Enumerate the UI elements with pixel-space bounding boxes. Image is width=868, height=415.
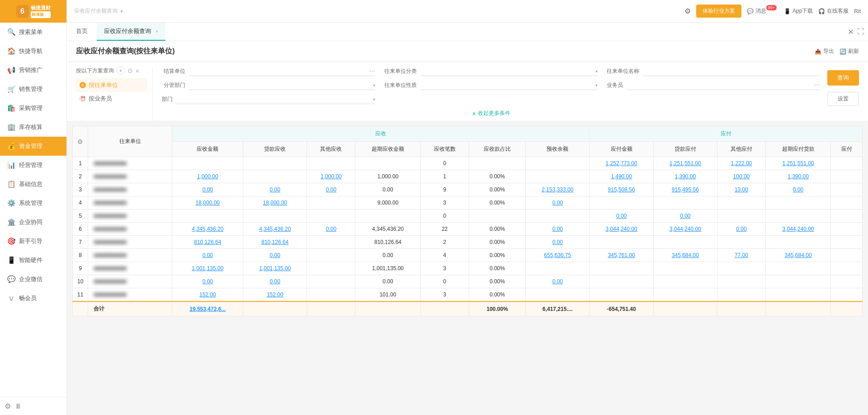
purchase-icon: 🛍️ xyxy=(7,104,15,112)
expand-icon[interactable]: ⛶ xyxy=(857,28,864,36)
counterpart-name-input[interactable] xyxy=(643,67,820,76)
query-button[interactable]: 查询 xyxy=(827,70,859,86)
sidebar-item-label-hardware: 智能硬件 xyxy=(19,256,42,264)
add-scheme-button[interactable]: + xyxy=(117,67,125,75)
dept-mgmt-input[interactable] xyxy=(189,81,373,90)
sidebar-item-finance[interactable]: 💰 资金管理 xyxy=(0,137,66,156)
dept-input[interactable] xyxy=(176,95,373,104)
messages-link[interactable]: 💬 消息 99+ xyxy=(747,7,778,15)
total-receivable[interactable]: 19,553,472,6... xyxy=(172,301,243,316)
sidebar-item-purchase[interactable]: 🛍️ 采购管理 xyxy=(0,99,66,118)
counterpart-name-field: 往来单位名称 xyxy=(607,67,820,76)
sidebar-item-wechat[interactable]: 💬 企业微信 xyxy=(0,270,66,289)
sidebar-item-marketing[interactable]: 📢 营销推广 xyxy=(0,61,66,80)
sidebar-item-quicknav[interactable]: 🏠 快捷导航 xyxy=(0,42,66,61)
sidebar-item-member[interactable]: V 畅会员 xyxy=(0,289,66,308)
sidebar-item-label-wechat: 企业微信 xyxy=(19,275,42,283)
sidebar-item-label-guide: 新手引导 xyxy=(19,237,42,245)
total-overdue-payable xyxy=(765,301,830,316)
finance-icon: 💰 xyxy=(7,142,15,150)
settlement-unit-label: 结算单位 xyxy=(162,67,189,75)
refresh-button[interactable]: 🔄 刷新 xyxy=(840,48,859,55)
settlement-unit-dots[interactable]: ··· xyxy=(369,67,375,75)
settlement-unit-input[interactable] xyxy=(189,67,369,76)
dept-mgmt-field: 分管部门 ▾ xyxy=(162,81,375,90)
sidebar-item-guide[interactable]: 🎯 新手引导 xyxy=(0,232,66,251)
salesperson-input[interactable] xyxy=(627,81,814,90)
data-table: ⚙ 往来单位 应收 应付 应收金额 贷款应收 其他应收 超期应收金额 应收笔数 … xyxy=(72,126,863,316)
th-payable-group: 应付 xyxy=(590,126,863,142)
counterpart-name-input-wrap xyxy=(643,67,820,76)
counterpart-category-input-wrap: ▾ xyxy=(420,67,598,76)
messages-badge: 99+ xyxy=(766,5,777,10)
main-content: 应收应付余额查询 ▾ ⚙ 体验行业方案 💬 消息 99+ 📱 App下载 🎧 在… xyxy=(67,0,868,415)
settings-button[interactable]: 设置 xyxy=(827,92,859,106)
th-receivable-amount: 应收金额 xyxy=(172,142,243,157)
export-icon: 📤 xyxy=(815,48,821,55)
export-button[interactable]: 📤 导出 xyxy=(815,48,834,55)
counterpart-name: ■■■■■■■■■■ xyxy=(88,288,172,302)
dept-input-wrap: ▾ xyxy=(176,95,375,104)
sidebar-bottom: ⚙ ⏸ xyxy=(0,397,66,415)
scheme-collapse-icon[interactable]: « xyxy=(136,67,139,74)
salesperson-input-wrap: ··· xyxy=(627,81,820,90)
th-loan-payable: 贷款应付 xyxy=(653,142,717,157)
counterpart-category-chevron[interactable]: ▾ xyxy=(595,69,598,74)
table-row: 10■■■■■■■■■■0.000.000.0000.00%0.00 xyxy=(73,275,863,288)
filter-area: 按以下方案查询 + ⊙ « 6 按往来单位 ⏰ 按业务员 xyxy=(67,62,868,121)
dept-mgmt-chevron[interactable]: ▾ xyxy=(373,83,375,88)
table-row: 6■■■■■■■■■■4,345,436.204,345,436.200.004… xyxy=(73,223,863,236)
scheme-label: 按以下方案查询 xyxy=(76,67,114,75)
sidebar-item-search[interactable]: 🔍 搜索菜单 xyxy=(0,23,66,42)
sidebar-item-label-operations: 经营管理 xyxy=(19,161,42,169)
sidebar-item-label-system: 系统管理 xyxy=(19,199,42,207)
sidebar-settings-icon[interactable]: ⚙ xyxy=(5,402,11,410)
filter-grid-row1: 结算单位 ··· 往来单位分类 ▾ 往来单位 xyxy=(162,67,820,108)
sidebar-item-basic[interactable]: 📋 基础信息 xyxy=(0,175,66,194)
scheme-item-salesperson[interactable]: ⏰ 按业务员 xyxy=(76,92,147,105)
salesperson-dots[interactable]: ··· xyxy=(814,81,820,89)
logo-name: 畅捷通财 xyxy=(31,5,51,11)
tab-close-icon[interactable]: × xyxy=(156,29,158,34)
sidebar-item-hardware[interactable]: 📱 智能硬件 xyxy=(0,251,66,270)
total-label: 合计 xyxy=(88,301,172,316)
tab-ar-ap[interactable]: 应收应付余额查询 × xyxy=(97,23,165,41)
counterpart-nature-chevron[interactable]: ▾ xyxy=(595,83,598,88)
breadcrumb-chevron: ▾ xyxy=(120,8,123,14)
tab-home[interactable]: 首页 xyxy=(67,23,97,41)
salesperson-label: 按业务员 xyxy=(89,95,112,103)
th-loan-receivable: 贷款应收 xyxy=(243,142,307,157)
scheme-options-icon[interactable]: ⊙ xyxy=(127,67,133,74)
dept-field: 部门 ▾ xyxy=(162,95,375,104)
app-download-link[interactable]: 📱 App下载 xyxy=(784,7,813,15)
sidebar-item-operations[interactable]: 📊 经营管理 xyxy=(0,156,66,175)
settings-icon[interactable]: ⚙ xyxy=(684,7,691,15)
table-gear-icon[interactable]: ⚙ xyxy=(77,138,83,145)
sidebar-item-label-sales: 销售管理 xyxy=(19,85,42,93)
table-row: 8■■■■■■■■■■0.000.000.0040.00%655,636.753… xyxy=(73,249,863,262)
scheme-item-counterpart[interactable]: 6 按往来单位 xyxy=(76,78,147,92)
sidebar-collapse-icon[interactable]: ⏸ xyxy=(14,402,22,410)
sidebar-item-sales[interactable]: 🛒 销售管理 xyxy=(0,80,66,99)
collapse-more-btn[interactable]: ∧ 收起更多条件 xyxy=(162,108,820,121)
sidebar-item-label-marketing: 营销推广 xyxy=(19,66,42,74)
hardware-icon: 📱 xyxy=(7,256,15,264)
system-icon: ⚙️ xyxy=(7,199,15,207)
messages-label: 消息 xyxy=(755,7,766,15)
counterpart-nature-input[interactable] xyxy=(420,81,595,90)
sidebar-item-inventory[interactable]: 🏢 库存核算 xyxy=(0,118,66,137)
sidebar-item-company[interactable]: 🏛️ 企业协同 xyxy=(0,213,66,232)
table-row: 3■■■■■■■■■■0.000.000.000.0090.00%2,153,3… xyxy=(73,183,863,196)
collapse-label: 收起更多条件 xyxy=(478,110,510,117)
tabbar-right: ✕ ⛶ xyxy=(848,28,868,36)
dept-mgmt-label: 分管部门 xyxy=(162,81,189,89)
online-support-link[interactable]: 🎧 在线客服 xyxy=(818,7,849,15)
trial-industry-button[interactable]: 体验行业方案 xyxy=(696,5,741,18)
user-menu[interactable]: Rit xyxy=(854,8,861,14)
dept-chevron[interactable]: ▾ xyxy=(373,97,375,102)
close-window-icon[interactable]: ✕ xyxy=(848,28,854,36)
logo-icon: 6 xyxy=(16,5,29,18)
sidebar-item-system[interactable]: ⚙️ 系统管理 xyxy=(0,194,66,213)
counterpart-category-input[interactable] xyxy=(420,67,595,76)
th-counterpart: 往来单位 xyxy=(88,126,172,157)
